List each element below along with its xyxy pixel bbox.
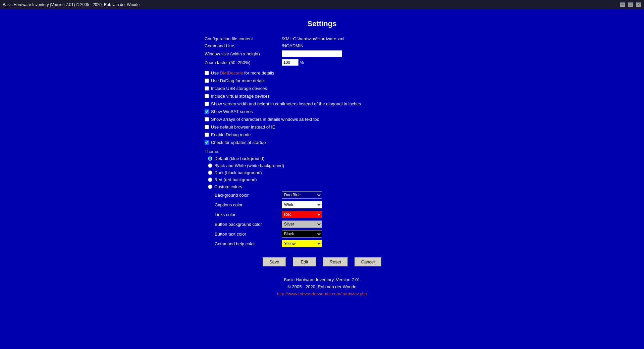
checkbox-screen-input[interactable] [205,102,209,106]
checkbox-dxdiag-input[interactable] [205,79,209,83]
footer-line2: © 2005 - 2020, Rob van der Woude [205,284,439,291]
maximize-button[interactable]: □ [628,2,633,7]
dmidecode-link[interactable]: DMIDecode [220,70,243,76]
bg-color-label: Background color [215,191,282,199]
save-button[interactable]: Save [263,257,286,266]
btn-bg-color-label: Button background color [215,220,282,228]
settings-container: Configuration file content /XML:C:\hardw… [205,36,439,297]
color-grid: Background color DarkBlue White Black Re… [215,191,439,247]
checkbox-winsat-label: Show WinSAT scores [211,109,253,114]
checkboxes-section: Use DMIDecode for more details Use DxDia… [205,70,439,145]
checkbox-debug-label: Enable Debug mode [211,132,251,137]
checkbox-updates-label: Check for updates at startup [211,140,266,145]
cancel-button[interactable]: Cancel [355,257,381,266]
window-size-value [282,50,439,57]
theme-custom-row: Custom colors [208,184,439,189]
close-button[interactable]: ✕ [636,2,641,7]
theme-default-radio[interactable] [208,156,212,161]
theme-radio-group: Default (blue background) Black and Whit… [208,156,439,189]
theme-red-radio[interactable] [208,178,212,182]
checkbox-browser-label: Use default browser instead of IE [211,124,275,130]
checkbox-usb: Include USB storage devices [205,86,439,91]
footer-line1: Basic Hardware Inventory, Version 7.01 [205,277,439,284]
cmd-help-color-label: Command help color [215,240,282,247]
checkbox-screen: Show screen width and height in centimet… [205,101,439,106]
links-color-select[interactable]: Red White Black DarkBlue [282,211,322,218]
captions-color-label: Captions color [215,201,282,208]
checkbox-winsat: Show WinSAT scores [205,109,439,114]
checkbox-arrays-input[interactable] [205,117,209,121]
theme-custom-label: Custom colors [214,184,242,189]
checkbox-dmidecode: Use DMIDecode for more details [205,70,439,76]
checkbox-virtual-input[interactable] [205,94,209,98]
title-bar-controls: ─ □ ✕ [620,2,641,7]
checkbox-arrays-label: Show arrays of characters in details win… [211,117,319,122]
checkbox-browser: Use default browser instead of IE [205,124,439,130]
theme-red-label: Red (red background) [214,177,257,182]
theme-red-row: Red (red background) [208,177,439,182]
footer-link[interactable]: http://www.robvanderwoude.com/hardwinv.p… [277,291,367,296]
cmd-help-color-select[interactable]: Yellow White Black Red [282,240,322,247]
checkbox-screen-label: Show screen width and height in centimet… [211,101,361,106]
footer: Basic Hardware Inventory, Version 7.01 ©… [205,277,439,297]
checkbox-debug-input[interactable] [205,133,209,137]
checkbox-usb-input[interactable] [205,86,209,91]
captions-color-select[interactable]: White Black DarkBlue Red [282,201,322,208]
theme-dark-row: Dark (black background) [208,170,439,175]
checkbox-dmidecode-input[interactable] [205,71,209,75]
title-bar-text: Basic Hardware Inventory (Version 7.01) … [3,2,140,7]
btn-text-color-label: Button text color [215,230,282,238]
checkbox-updates: Check for updates at startup [205,140,439,145]
checkbox-dxdiag: Use DxDiag for more details [205,78,439,83]
theme-bw-row: Black and White (white background) [208,163,439,168]
checkbox-debug: Enable Debug mode [205,132,439,137]
zoom-factor-label: Zoom factor (50..250%) [205,59,282,66]
zoom-factor-input[interactable] [282,59,299,66]
window-size-input[interactable] [282,50,342,57]
title-bar: Basic Hardware Inventory (Version 7.01) … [0,0,644,9]
checkbox-usb-label: Include USB storage devices [211,86,267,91]
theme-section: Theme: Default (blue background) Black a… [205,149,439,247]
config-file-value: /XML:C:\hardwinv\Hardware.xml [282,36,439,41]
theme-label: Theme: [205,149,439,154]
links-color-label: Links color [215,211,282,218]
checkbox-browser-input[interactable] [205,125,209,129]
theme-default-label: Default (blue background) [214,156,265,161]
zoom-factor-value: % [282,59,439,66]
checkbox-arrays: Show arrays of characters in details win… [205,117,439,122]
edit-button[interactable]: Edit [293,257,316,266]
checkbox-dxdiag-label: Use DxDiag for more details [211,78,266,83]
btn-bg-color-select[interactable]: Silver White Black DarkBlue [282,220,322,228]
config-grid: Configuration file content /XML:C:\hardw… [205,36,439,66]
checkbox-winsat-input[interactable] [205,109,209,114]
bg-color-select[interactable]: DarkBlue White Black Red Silver Yellow [282,191,322,199]
window-size-label: Window size (width x height) [205,50,282,57]
buttons-row: Save Edit Reset Cancel [205,257,439,266]
theme-dark-radio[interactable] [208,170,212,175]
checkbox-virtual: Include virtual storage devices [205,94,439,99]
reset-button[interactable]: Reset [323,257,348,266]
theme-dark-label: Dark (black background) [214,170,262,175]
custom-colors-section: Background color DarkBlue White Black Re… [208,191,439,247]
checkbox-dmidecode-label: Use DMIDecode for more details [211,70,274,76]
command-line-value: /NOADMIN [282,43,439,48]
minimize-button[interactable]: ─ [620,2,625,7]
theme-default-row: Default (blue background) [208,156,439,161]
config-file-label: Configuration file content [205,36,282,41]
theme-bw-radio[interactable] [208,163,212,168]
theme-custom-radio[interactable] [208,185,212,189]
theme-bw-label: Black and White (white background) [214,163,284,168]
checkbox-virtual-label: Include virtual storage devices [211,94,270,99]
checkbox-updates-input[interactable] [205,140,209,145]
zoom-suffix: % [300,60,304,65]
main-content: Settings Configuration file content /XML… [0,9,644,307]
command-line-label: Command Line [205,43,282,48]
btn-text-color-select[interactable]: Black White DarkBlue Red [282,230,322,238]
page-title: Settings [308,19,337,28]
